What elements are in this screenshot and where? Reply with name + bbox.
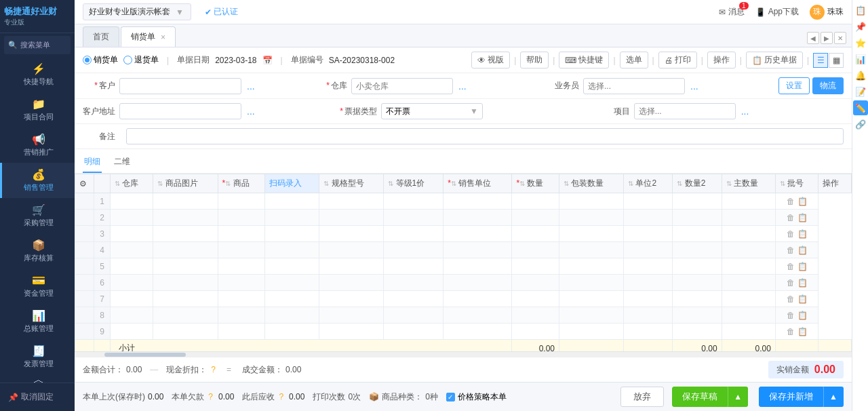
addr-input[interactable] — [119, 103, 241, 119]
delete-icon[interactable]: 🗑 — [787, 327, 795, 336]
delete-icon[interactable]: 🗑 — [787, 229, 795, 239]
return-order-radio[interactable]: 退货单 — [123, 54, 159, 66]
sidebar-item-tax[interactable]: 🏛 税务管理 — [0, 374, 75, 383]
col-main-qty[interactable]: ⇅ 主数量 — [722, 174, 775, 193]
scroll-thumb[interactable] — [104, 353, 186, 357]
invoice-select-wrapper[interactable]: 不开票 ▼ — [381, 103, 483, 119]
delete-icon[interactable]: 🗑 — [787, 262, 795, 271]
delete-icon[interactable]: 🗑 — [787, 246, 795, 255]
save-draft-dropdown[interactable]: ▲ — [728, 387, 748, 407]
tab-sale-order[interactable]: 销货单 × — [121, 26, 176, 47]
add-logistics-button[interactable]: 物流 — [812, 77, 844, 94]
customer-input[interactable] — [119, 78, 241, 94]
col-warehouse[interactable]: ⇅ 仓库 — [111, 174, 153, 193]
select-order-btn[interactable]: 选单 — [620, 52, 648, 68]
addr-picker-btn[interactable]: ... — [245, 106, 256, 117]
copy-icon[interactable]: 📋 — [797, 213, 808, 222]
set-button[interactable]: 设置 — [778, 77, 810, 94]
tab-dimension[interactable]: 二维 — [113, 153, 132, 173]
sidebar-item-invoice[interactable]: 🧾 发票管理 — [0, 339, 75, 374]
copy-icon[interactable]: 📋 — [797, 197, 808, 206]
unpin-button[interactable]: 📌 取消固定 — [5, 389, 69, 406]
tab-prev-btn[interactable]: ◀ — [807, 32, 819, 44]
copy-icon[interactable]: 📋 — [797, 229, 808, 239]
delete-icon[interactable]: 🗑 — [787, 311, 795, 320]
col-unit2[interactable]: ⇅ 单位2 — [624, 174, 673, 193]
project-picker-btn[interactable]: ... — [740, 106, 751, 117]
rp-icon-8[interactable]: 🔗 — [853, 117, 868, 132]
copy-icon[interactable]: 📋 — [797, 294, 808, 304]
rp-icon-1[interactable]: 📋 — [853, 3, 868, 18]
company-selector[interactable]: 好业财专业版演示帐套 ▼ — [83, 3, 191, 20]
copy-icon[interactable]: 📋 — [797, 311, 808, 320]
shortcut-btn[interactable]: ⌨ 快捷键 — [559, 52, 609, 68]
history-btn[interactable]: 📋 历史单据 — [746, 52, 803, 68]
help-btn[interactable]: 帮助 — [520, 52, 549, 68]
col-price1[interactable]: ⇅ 等级1价 — [384, 174, 443, 193]
calendar-icon[interactable]: 📅 — [262, 56, 273, 65]
tab-next-btn[interactable]: ▶ — [821, 32, 833, 44]
search-menu[interactable]: 🔍 搜索菜单 — [4, 36, 71, 54]
save-new-dropdown[interactable]: ▲ — [823, 387, 844, 407]
app-download-btn[interactable]: 📱 App下载 — [755, 6, 799, 18]
customer-picker-btn[interactable]: ... — [245, 81, 256, 92]
sidebar-item-ledger[interactable]: 📊 总账管理 — [0, 304, 75, 339]
rp-icon-3[interactable]: ⭐ — [853, 35, 868, 50]
sidebar-item-sales[interactable]: 💰 销售管理 — [0, 163, 75, 198]
sidebar-item-finance[interactable]: 💳 资金管理 — [0, 269, 75, 304]
warehouse-picker-btn[interactable]: ... — [457, 81, 468, 92]
rp-icon-7[interactable]: ✏️ — [853, 100, 868, 115]
delete-icon[interactable]: 🗑 — [787, 213, 795, 222]
col-product[interactable]: *⇅ 商品 — [218, 174, 265, 193]
col-spec[interactable]: ⇅ 规格型号 — [319, 174, 384, 193]
user-menu[interactable]: 珠 珠珠 — [810, 5, 844, 20]
delete-icon[interactable]: 🗑 — [787, 278, 795, 288]
print-btn[interactable]: 🖨 打印 — [658, 52, 697, 68]
save-draft-button[interactable]: 保存草稿 — [672, 387, 728, 407]
staff-input[interactable] — [583, 78, 685, 94]
staff-picker-btn[interactable]: ... — [689, 81, 700, 92]
grid-view-btn[interactable]: ☰ — [813, 53, 828, 68]
card-view-btn[interactable]: ▦ — [829, 53, 844, 68]
save-new-button[interactable]: 保存并新增 — [759, 387, 823, 407]
copy-icon[interactable]: 📋 — [797, 246, 808, 255]
abandon-button[interactable]: 放弃 — [620, 387, 664, 407]
tab-close-icon[interactable]: × — [161, 33, 165, 42]
operate-btn[interactable]: 操作 — [707, 52, 736, 68]
sidebar-item-marketing[interactable]: 📢 营销推广 — [0, 128, 75, 163]
receivable-hint-icon[interactable]: ? — [279, 392, 283, 402]
project-input[interactable] — [634, 103, 736, 119]
delete-icon[interactable]: 🗑 — [787, 197, 795, 206]
col-batch[interactable]: ⇅ 批号 — [775, 174, 818, 193]
copy-icon[interactable]: 📋 — [797, 262, 808, 271]
message-btn[interactable]: ✉ 消息 1 — [719, 6, 745, 18]
col-qty[interactable]: *⇅ 数量 — [512, 174, 559, 193]
view-btn-toolbar[interactable]: 👁 视版 — [471, 52, 510, 68]
rp-icon-4[interactable]: 📊 — [853, 52, 868, 66]
copy-icon[interactable]: 📋 — [797, 278, 808, 288]
delete-icon[interactable]: 🗑 — [787, 294, 795, 304]
sidebar-item-inventory[interactable]: 📦 库存核算 — [0, 233, 75, 269]
tab-close-all-btn[interactable]: ✕ — [834, 32, 846, 44]
rp-icon-6[interactable]: 📝 — [853, 84, 868, 99]
debt-hint-icon[interactable]: ? — [208, 392, 213, 402]
remark-input[interactable] — [126, 128, 844, 144]
table-wrap[interactable]: ⚙ ⇅ 仓库 ⇅ 商品图片 *⇅ 商品 扫码录入 ⇅ 规格型号 ⇅ 等级1价 *… — [75, 174, 852, 351]
rp-icon-5[interactable]: 🔔 — [853, 68, 868, 83]
horizontal-scrollbar[interactable] — [75, 351, 852, 357]
copy-icon[interactable]: 📋 — [797, 327, 808, 336]
hint-icon[interactable]: ? — [211, 365, 216, 374]
col-gear[interactable]: ⚙ — [75, 174, 94, 193]
sale-order-radio[interactable]: 销货单 — [83, 54, 118, 66]
sidebar-item-project[interactable]: 📁 项目合同 — [0, 92, 75, 128]
col-qty2[interactable]: ⇅ 数量2 — [673, 174, 722, 193]
col-sale-unit[interactable]: *⇅ 销售单位 — [443, 174, 512, 193]
sidebar-item-purchase[interactable]: 🛒 采购管理 — [0, 198, 75, 233]
tab-home[interactable]: 首页 — [83, 26, 119, 47]
price-check[interactable]: ✓ 价格策略本单 — [446, 391, 507, 403]
warehouse-input[interactable] — [351, 78, 453, 94]
col-pack-qty[interactable]: ⇅ 包装数量 — [559, 174, 624, 193]
tab-detail[interactable]: 明细 — [83, 153, 102, 173]
rp-icon-2[interactable]: 📌 — [853, 19, 868, 34]
sidebar-item-quick-nav[interactable]: ⚡ 快捷导航 — [0, 57, 75, 92]
